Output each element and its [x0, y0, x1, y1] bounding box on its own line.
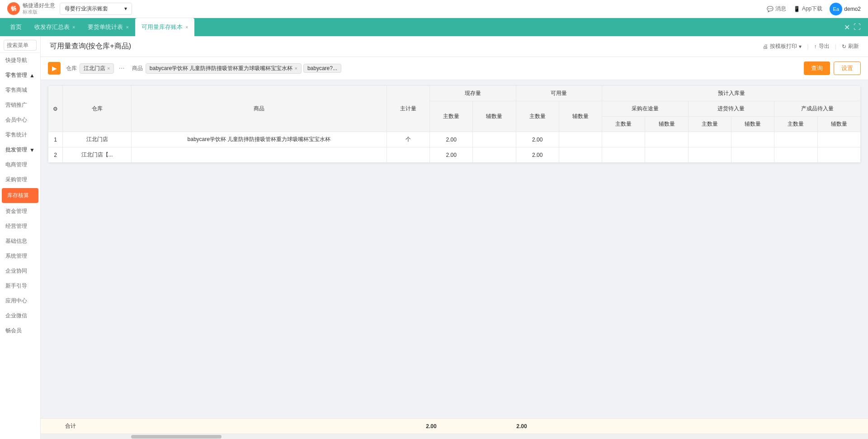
product-tag-2[interactable]: babycare?...	[303, 64, 341, 73]
summary-available-main: 2.00	[499, 423, 544, 430]
purchase-label: 采购管理	[5, 176, 27, 184]
tab-order-stats-close[interactable]: ×	[126, 25, 128, 30]
row1-warehouse: 江北门店	[63, 132, 132, 147]
purchase-transit-group-header: 采购在途量	[602, 101, 689, 117]
sidebar-item-retail-stats[interactable]: 零售统计	[0, 127, 40, 142]
chevron-down-icon-wholesale: ▼	[29, 147, 35, 153]
sidebar-item-finance[interactable]: 资金管理	[0, 204, 40, 219]
data-table: ⚙ 仓库 商品 主计量 现存量 可用量 预计入库量 主数量 辅数量 主数量 辅数…	[48, 85, 861, 163]
tab-order-stats-label: 要货单统计表	[88, 23, 123, 31]
content-area: 可用量查询(按仓库+商品) 🖨 按模板打印 ▾ | ↑ 导出 | ↻ 刷新	[41, 36, 868, 439]
search-input[interactable]	[4, 40, 37, 51]
sidebar-item-member-center[interactable]: 会员中心	[0, 113, 40, 127]
current-stock-group-header: 现存量	[430, 86, 516, 101]
sidebar-item-system[interactable]: 系统管理	[0, 249, 40, 264]
tab-available-inventory[interactable]: 可用量库存账本 ×	[135, 18, 194, 36]
summary-current-main: 2.00	[409, 423, 454, 430]
close-all-tabs-btn[interactable]: ✕	[844, 23, 850, 32]
table-settings-icon: ⚙	[53, 106, 58, 112]
sidebar-item-enterprise[interactable]: 企业协同	[0, 264, 40, 279]
row1-current-aux	[473, 132, 516, 147]
warehouse-tag[interactable]: 江北门店 ×	[80, 63, 114, 74]
sidebar-item-enterprise-wechat[interactable]: 企业微信	[0, 308, 40, 323]
filter-toggle-btn[interactable]: ▶	[48, 62, 61, 75]
tab-available-inventory-close[interactable]: ×	[185, 25, 188, 30]
sidebar-item-member[interactable]: 畅会员	[0, 323, 40, 338]
sidebar-item-ecommerce[interactable]: 电商管理	[0, 157, 40, 172]
row2-inbound-pending-main	[688, 147, 731, 163]
row2-warehouse: 江北门店【...	[63, 147, 132, 163]
tab-order-stats[interactable]: 要货单统计表 ×	[81, 18, 135, 36]
sidebar-item-new-guide[interactable]: 新手引导	[0, 279, 40, 293]
sidebar-item-purchase[interactable]: 采购管理	[0, 172, 40, 187]
operation-label: 经营管理	[5, 222, 27, 230]
sidebar-group-retail[interactable]: 零售管理 ▲	[0, 68, 40, 83]
product-filter-label: 商品	[132, 65, 143, 72]
warehouse-more-btn[interactable]: ···	[117, 64, 126, 72]
sidebar-item-operation[interactable]: 经营管理	[0, 219, 40, 234]
table-row: 1 江北门店 babycare学饮杯 儿童防摔防撞吸管杯重力球吸嘴杯宝宝水杯 个…	[48, 132, 861, 147]
industry-label: 母婴行业演示账套	[65, 5, 108, 13]
sidebar-item-inventory[interactable]: 库存核算	[2, 188, 38, 203]
query-btn[interactable]: 查询	[804, 61, 830, 75]
scroll-thumb[interactable]	[131, 435, 222, 439]
product-tag-1-close[interactable]: ×	[294, 66, 297, 71]
logo-icon: 畅	[7, 2, 20, 15]
system-label: 系统管理	[5, 252, 27, 260]
page-title: 可用量查询(按仓库+商品)	[50, 42, 131, 51]
tab-home[interactable]: 首页	[4, 18, 28, 36]
row1-index: 1	[48, 132, 63, 147]
export-btn[interactable]: ↑ 导出	[814, 42, 830, 50]
settings-col-header[interactable]: ⚙	[48, 86, 63, 132]
sidebar-search-area	[0, 36, 40, 53]
sidebar-item-retail-mall[interactable]: 零售商城	[0, 83, 40, 98]
nav-tabs: 首页 收发存汇总表 × 要货单统计表 × 可用量库存账本 × ✕ ⛶	[0, 18, 868, 36]
row1-purchase-transit-main	[602, 132, 645, 147]
warehouse-filter: 仓库 江北门店 × ···	[66, 63, 127, 74]
message-label: 消息	[775, 5, 786, 13]
app-download-action[interactable]: 📱 App下载	[793, 5, 822, 13]
warehouse-tag-text: 江北门店	[84, 65, 105, 72]
current-stock-aux-header: 辅数量	[473, 101, 516, 132]
template-print-btn[interactable]: 🖨 按模板打印 ▾	[763, 42, 802, 50]
nav-right-actions: ✕ ⛶	[840, 18, 864, 36]
refresh-icon: ↻	[842, 43, 846, 50]
chevron-down-icon-print: ▾	[799, 43, 802, 50]
row1-inbound-pending-main	[688, 132, 731, 147]
product-col-header: 商品	[132, 86, 387, 132]
settings-btn[interactable]: 设置	[834, 61, 861, 75]
inventory-label: 库存核算	[7, 192, 29, 199]
row2-product	[132, 147, 387, 163]
row1-inbound-pending-aux	[731, 132, 774, 147]
warehouse-tag-close[interactable]: ×	[107, 66, 110, 71]
message-action[interactable]: 💬 消息	[767, 5, 786, 13]
horizontal-scrollbar[interactable]	[41, 434, 868, 439]
product-tag-group: babycare学饮杯 儿童防摔防撞吸管杯重力球吸嘴杯宝宝水杯 × babyca…	[146, 63, 341, 74]
sidebar-group-wholesale[interactable]: 批发管理 ▼	[0, 142, 40, 157]
row2-inbound-pending-aux	[731, 147, 774, 163]
product-tag-1[interactable]: babycare学饮杯 儿童防摔防撞吸管杯重力球吸嘴杯宝宝水杯 ×	[146, 63, 302, 74]
export-icon: ↑	[814, 43, 817, 50]
purchase-transit-main-header: 主数量	[602, 117, 645, 132]
product-pending-main-header: 主数量	[774, 117, 817, 132]
forecast-inbound-group-header: 预计入库量	[602, 86, 861, 101]
available-aux-header: 辅数量	[559, 101, 602, 132]
tab-receive-summary-close[interactable]: ×	[72, 25, 75, 30]
enterprise-wechat-label: 企业微信	[5, 312, 27, 320]
summary-label: 合计	[61, 422, 102, 430]
refresh-btn[interactable]: ↻ 刷新	[842, 42, 859, 50]
user-area[interactable]: Ea demo2	[830, 3, 861, 15]
tab-receive-summary[interactable]: 收发存汇总表 ×	[28, 18, 81, 36]
sidebar-item-marketing[interactable]: 营销推广	[0, 98, 40, 113]
finance-label: 资金管理	[5, 208, 27, 215]
sidebar-item-basic-info[interactable]: 基础信息	[0, 234, 40, 249]
top-bar: 畅 畅捷通好生意 标准版 母婴行业演示账套 ▾ 💬 消息 📱 App下载 Ea …	[0, 0, 868, 18]
sidebar-item-quick-nav[interactable]: 快捷导航	[0, 53, 40, 68]
row1-unit: 个	[387, 132, 429, 147]
action-divider-2: |	[835, 43, 836, 50]
tab-receive-summary-label: 收发存汇总表	[34, 23, 70, 31]
row1-available-main: 2.00	[516, 132, 559, 147]
industry-selector[interactable]: 母婴行业演示账套 ▾	[60, 3, 132, 15]
expand-tabs-btn[interactable]: ⛶	[854, 23, 861, 31]
sidebar-item-app-center[interactable]: 应用中心	[0, 293, 40, 308]
